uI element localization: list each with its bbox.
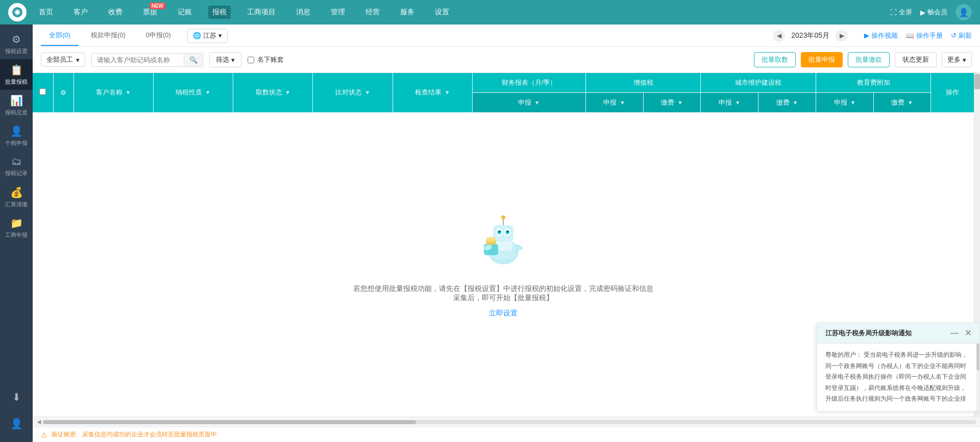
settlement-icon: 💰 (10, 186, 23, 199)
chevron-down-icon: ▾ (218, 32, 222, 39)
search-input[interactable] (92, 54, 184, 66)
check-result-filter-icon[interactable]: ▼ (445, 89, 450, 95)
notification-scroll-thumb (976, 343, 979, 371)
sidebar-item-batch-tax[interactable]: 📋 批量报税 (0, 59, 33, 90)
nav-items: 首页 客户 收费 票据 NEW 记账 报税 工商项目 消息 管理 经营 服务 设… (35, 6, 890, 19)
prev-month-btn[interactable]: ◀ (773, 30, 785, 42)
nav-accounting[interactable]: 记账 (174, 6, 196, 19)
manual-btn[interactable]: 📖 操作手册 (906, 31, 943, 40)
notification-header: 江苏电子税务局升级影响通知 — ✕ (817, 323, 979, 343)
video-btn[interactable]: ▶ 操作视频 (864, 31, 898, 40)
sidebar-item-settlement[interactable]: 💰 汇算清缴 (0, 182, 33, 212)
sidebar-item-tax-settings[interactable]: ⚙ 报税设置 (0, 29, 33, 59)
scroll-thumb (43, 420, 416, 424)
sidebar-bottom: ⬇ 👤 (0, 385, 33, 442)
setup-link[interactable]: 立即设置 (489, 309, 518, 318)
employee-select-label: 全部员工 (46, 55, 73, 64)
user-avatar[interactable]: 👤 (955, 4, 972, 20)
tab-tax-declare[interactable]: 税款申报(0) (83, 26, 134, 46)
filter-button[interactable]: 筛选 ▾ (209, 52, 241, 67)
tab-zero-declare[interactable]: 0申报(0) (138, 26, 179, 46)
account-checkbox[interactable] (248, 57, 254, 63)
th-vat-pay: 缴费 ▼ (643, 93, 701, 113)
nav-right: ⛶ 全屏 ▶ 畅会员 👤 (890, 4, 972, 20)
nav-operation[interactable]: 经营 (361, 6, 384, 19)
refresh-icon: ↺ (951, 32, 957, 39)
nav-client[interactable]: 客户 (69, 6, 92, 19)
member-btn[interactable]: ▶ 畅会员 (920, 8, 947, 17)
client-name-filter-icon[interactable]: ▼ (126, 89, 131, 95)
table-header-row1: ⚙ 客户名称 ▼ 纳税性质 ▼ 取数状态 (33, 73, 974, 93)
th-vat: 增值税 (585, 73, 701, 93)
nav-business[interactable]: 工商项目 (243, 6, 280, 19)
empty-state-message: 若您想使用批量报税功能，请先在【报税设置】中进行报税的初始化设置，完成密码验证和… (350, 284, 656, 303)
scroll-track[interactable] (43, 420, 976, 424)
nav-message[interactable]: 消息 (292, 6, 314, 19)
app-logo[interactable] (8, 3, 27, 21)
tax-type-filter-icon[interactable]: ▼ (205, 89, 211, 95)
svg-point-17 (486, 237, 496, 242)
th-tax-type: 纳税性质 ▼ (153, 73, 233, 112)
refresh-btn[interactable]: ↺ 刷新 (951, 31, 972, 40)
tab-right-actions: ▶ 操作视频 📖 操作手册 ↺ 刷新 (864, 31, 972, 40)
th-client-name: 客户名称 ▼ (74, 73, 153, 112)
book-icon: 📖 (906, 32, 914, 39)
sidebar-user[interactable]: 👤 (0, 411, 33, 436)
th-edu-declare: 申报 ▼ (816, 93, 874, 113)
nav-service[interactable]: 服务 (396, 6, 419, 19)
nav-invoice[interactable]: 票据 NEW (139, 6, 161, 19)
horizontal-scrollbar[interactable]: ◀ (33, 416, 980, 427)
nav-home[interactable]: 首页 (35, 6, 57, 19)
download-icon: ⬇ (12, 391, 21, 403)
sidebar-download[interactable]: ⬇ (0, 385, 33, 409)
fullscreen-btn[interactable]: ⛶ 全屏 (890, 8, 912, 17)
nav-management[interactable]: 管理 (327, 6, 349, 19)
status-update-btn[interactable]: 状态更新 (895, 52, 937, 67)
annual-report-icon: 📁 (10, 217, 23, 229)
th-financial-declare: 申报 ▼ (473, 93, 586, 113)
svg-point-1 (16, 11, 19, 14)
batch-fetch-btn[interactable]: 批量取数 (754, 52, 796, 67)
svg-point-11 (507, 231, 509, 233)
current-month: 2023年05月 (791, 31, 829, 40)
sidebar-item-annual-report[interactable]: 📁 工商年报 (0, 212, 33, 243)
select-all-checkbox[interactable] (39, 88, 46, 95)
notification-minimize-btn[interactable]: — (950, 329, 959, 338)
nav-settings[interactable]: 设置 (431, 6, 453, 19)
notification-panel: 江苏电子税务局升级影响通知 — ✕ 尊敬的用户： 受当前电子税务局进一步升级的影… (817, 323, 980, 411)
personal-tax-icon: 👤 (10, 125, 23, 137)
robot-illustration (473, 211, 534, 272)
tax-settings-icon: ⚙ (12, 33, 21, 45)
batch-pay-btn[interactable]: 批量缴款 (848, 52, 890, 67)
compare-status-filter-icon[interactable]: ▼ (364, 89, 370, 95)
v-scroll-thumb (974, 74, 980, 89)
fetch-status-filter-icon[interactable]: ▼ (285, 89, 290, 95)
nav-tax[interactable]: 报税 (208, 6, 231, 19)
region-icon: 🌐 (193, 32, 201, 39)
notification-scrollbar[interactable] (976, 343, 979, 411)
region-label: 江苏 (203, 31, 216, 40)
employee-select[interactable]: 全部员工 ▾ (41, 53, 85, 67)
region-selector[interactable]: 🌐 江苏 ▾ (187, 29, 228, 43)
search-button[interactable]: 🔍 (184, 54, 203, 66)
th-checkbox[interactable] (33, 73, 53, 112)
tab-all[interactable]: 全部(0) (41, 26, 79, 46)
next-month-btn[interactable]: ▶ (836, 30, 848, 42)
nav-fee[interactable]: 收费 (104, 6, 127, 19)
svg-point-13 (501, 215, 505, 219)
notification-close-btn[interactable]: ✕ (965, 328, 971, 338)
account-checkbox-label[interactable]: 名下账套 (248, 55, 284, 64)
tab-bar: 全部(0) 税款申报(0) 0申报(0) 🌐 江苏 ▾ ◀ 2023年05月 ▶… (33, 24, 980, 47)
data-table: ⚙ 客户名称 ▼ 纳税性质 ▼ 取数状态 (33, 73, 974, 113)
toolbar-right: 批量取数 批量申报 批量缴款 状态更新 更多 ▾ (754, 52, 972, 67)
th-settings[interactable]: ⚙ (53, 73, 74, 112)
th-education-surcharge: 教育费附加 (816, 73, 931, 93)
sidebar-item-tax-records[interactable]: 🗂 报税记录 (0, 151, 33, 182)
batch-declare-btn[interactable]: 批量申报 (801, 52, 843, 67)
more-btn[interactable]: 更多 ▾ (942, 52, 972, 67)
month-nav: ◀ 2023年05月 ▶ (773, 30, 848, 42)
sidebar-item-tax-overview[interactable]: 📊 报税总览 (0, 90, 33, 120)
sidebar-item-personal-tax[interactable]: 👤 个税申报 (0, 120, 33, 151)
th-fetch-status: 取数状态 ▼ (233, 73, 313, 112)
video-icon: ▶ (864, 32, 869, 39)
